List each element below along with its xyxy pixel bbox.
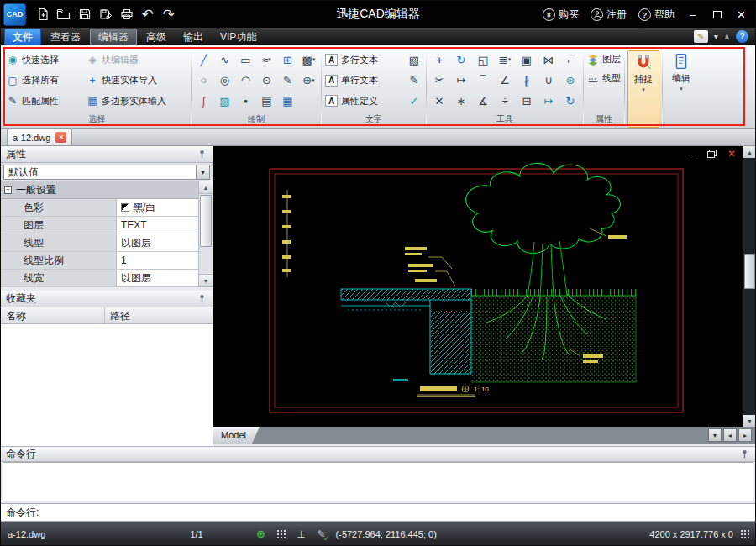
register-button[interactable]: 注册 — [585, 8, 632, 22]
chamfer-icon[interactable]: ∠ — [495, 72, 515, 89]
property-grid-scrollbar[interactable]: ▲ ▼ — [198, 181, 213, 286]
move-icon[interactable]: + — [429, 51, 449, 68]
scroll-right-icon[interactable]: ► — [738, 428, 752, 442]
explode-icon[interactable]: ∗ — [451, 92, 471, 109]
menu-editor[interactable]: 编辑器 — [90, 29, 137, 45]
doc-restore-icon[interactable] — [707, 150, 717, 158]
layer-button[interactable]: 图层 — [585, 51, 622, 67]
multiline-text-button[interactable]: A多行文本 — [323, 52, 404, 68]
scroll-up-icon[interactable]: ▲ — [743, 146, 756, 158]
scrollbar-thumb[interactable] — [200, 195, 212, 247]
multiline-icon[interactable]: ▤ — [257, 92, 277, 109]
menu-file[interactable]: 文件 — [4, 29, 41, 45]
grid-toggle-icon[interactable] — [276, 528, 287, 540]
join-icon[interactable]: ∪ — [538, 72, 559, 89]
line-icon[interactable]: ╱ — [194, 51, 214, 68]
break-icon[interactable]: ∦ — [517, 72, 537, 89]
property-value[interactable]: TEXT — [117, 217, 198, 234]
property-value[interactable]: 黑/白 — [117, 199, 198, 216]
help-button[interactable]: ? 帮助 — [633, 8, 680, 22]
rotate-icon[interactable]: ↻ — [451, 51, 471, 68]
new-file-button[interactable] — [32, 3, 53, 25]
menu-output[interactable]: 输出 — [176, 29, 211, 45]
scale-icon[interactable]: ◱ — [473, 51, 493, 68]
property-section-header[interactable]: − 一般设置 — [1, 181, 198, 199]
point-icon[interactable]: ▪ — [236, 92, 256, 109]
property-value[interactable]: 以图层 — [117, 270, 198, 286]
attribute-define-button[interactable]: A属性定义 — [323, 93, 404, 109]
pin-icon[interactable] — [738, 449, 750, 460]
select-all-button[interactable]: ▢选择所有 — [5, 72, 85, 88]
polyline-icon[interactable]: ∿ — [215, 51, 235, 68]
ungroup-icon[interactable]: ⊟ — [517, 92, 537, 109]
property-value[interactable]: 1 — [117, 252, 198, 269]
rectangle-icon[interactable]: ▭ — [236, 51, 256, 68]
text-style-icon[interactable]: ▧ — [404, 51, 424, 68]
print-button[interactable] — [116, 3, 137, 25]
draft-mode-icon[interactable]: ✎✓ — [316, 528, 328, 540]
fillet-icon[interactable]: ⌒ — [473, 72, 493, 89]
resize-grip-icon[interactable] — [740, 529, 750, 539]
scroll-left-icon[interactable]: ◄ — [723, 428, 737, 442]
snap-toggle-icon[interactable]: ⊕ — [255, 528, 267, 540]
scroll-down-icon[interactable]: ▼ — [199, 274, 213, 286]
block-editor-button[interactable]: ◈块编辑器 — [85, 52, 189, 68]
single-line-text-button[interactable]: A单行文本 — [323, 72, 404, 88]
more-draw-icon[interactable]: ⊕▾ — [299, 72, 319, 89]
collapse-ribbon-icon[interactable]: ∧ — [724, 32, 730, 41]
table-icon[interactable]: ▦ — [278, 92, 298, 109]
doc-minimize-icon[interactable]: – — [691, 150, 696, 159]
model-tab[interactable]: Model — [213, 427, 260, 444]
save-as-button[interactable] — [95, 3, 116, 25]
menu-viewer[interactable]: 查看器 — [43, 29, 88, 45]
update-icon[interactable]: ↻ — [560, 92, 580, 109]
save-button[interactable] — [74, 3, 95, 25]
buy-button[interactable]: ¥ 购买 — [538, 8, 584, 22]
tab-close-icon[interactable]: ✕ — [55, 132, 66, 143]
favorites-empty-area[interactable] — [1, 324, 213, 446]
undo-button[interactable]: ↶ — [137, 3, 158, 25]
edit-text-icon[interactable]: ✎ — [404, 72, 424, 89]
align-icon[interactable]: ↦ — [538, 92, 559, 109]
layout-list-dropdown-icon[interactable]: ▼ — [708, 428, 722, 442]
donut-icon[interactable]: ⊙ — [257, 72, 277, 89]
annotate-icon[interactable]: ✎ — [694, 30, 708, 43]
polygon-entity-input-button[interactable]: ▦多边形实体输入 — [85, 93, 189, 109]
quick-entity-import-button[interactable]: +快速实体导入 — [85, 72, 189, 88]
extend-icon[interactable]: ↦ — [451, 72, 471, 89]
scroll-down-icon[interactable]: ▼ — [743, 415, 756, 427]
measure-icon[interactable]: ∡ — [473, 92, 493, 109]
ellipse-icon[interactable]: ◎ — [215, 72, 235, 89]
scrollbar-thumb[interactable] — [744, 254, 755, 289]
pin-icon[interactable] — [196, 149, 207, 160]
snap-button[interactable]: 捕捉 ▾ — [627, 50, 659, 128]
property-value[interactable]: 以图层 — [117, 234, 198, 251]
erase-icon[interactable]: ✕ — [429, 92, 449, 109]
menu-vip[interactable]: VIP功能 — [213, 29, 264, 45]
divide-icon[interactable]: ÷ — [495, 92, 515, 109]
array-icon[interactable]: ≣▾ — [495, 51, 515, 68]
dropdown-icon[interactable]: ▾ — [714, 32, 718, 41]
edit-button[interactable]: 编辑 ▾ — [665, 50, 697, 128]
pin-icon[interactable] — [196, 293, 207, 305]
document-tab[interactable]: a-12.dwg ✕ — [7, 129, 72, 145]
menu-advanced[interactable]: 高级 — [139, 29, 174, 45]
sketch-icon[interactable]: ✎ — [278, 72, 298, 89]
scroll-up-icon[interactable]: ▲ — [199, 181, 213, 194]
spline-icon[interactable]: ≈▾ — [257, 51, 277, 68]
favorites-path-column[interactable]: 路径 — [105, 307, 213, 323]
match-properties-button[interactable]: ✎匹配属性 — [5, 93, 85, 109]
redo-button[interactable]: ↷ — [158, 3, 179, 25]
minimize-button[interactable]: – — [681, 4, 704, 24]
copy-icon[interactable]: ▣ — [517, 51, 537, 68]
doc-close-icon[interactable]: ✕ — [727, 149, 736, 159]
command-input-row[interactable]: 命令行: — [1, 503, 755, 522]
preset-combobox[interactable]: 默认值 ▼ — [3, 165, 210, 180]
command-history-area[interactable] — [3, 462, 753, 501]
trim-icon[interactable]: ✂ — [429, 72, 449, 89]
favorites-name-column[interactable]: 名称 — [1, 307, 105, 323]
mirror-icon[interactable]: ⋈ — [538, 51, 559, 68]
offset-icon[interactable]: ⌐ — [560, 51, 580, 68]
open-file-button[interactable] — [53, 3, 74, 25]
arc-icon[interactable]: ◠ — [236, 72, 256, 89]
